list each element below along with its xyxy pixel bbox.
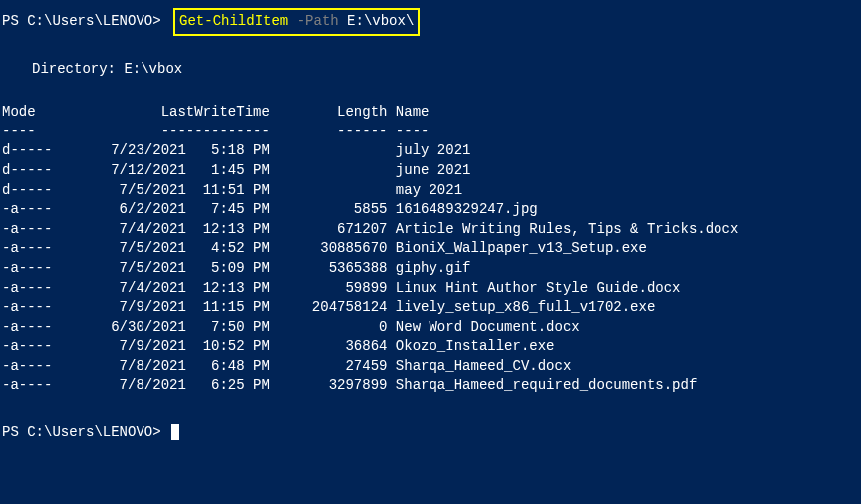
directory-label: Directory: E:\vbox [32,60,859,80]
path-arg: E:\vbox\ [347,13,414,29]
param-flag: -Path [297,13,339,29]
cursor-icon [171,424,179,440]
table-row: -a---- 7/5/2021 4:52 PM 30885670 BioniX_… [2,239,859,259]
table-row: d----- 7/23/2021 5:18 PM july 2021 [2,141,859,161]
table-row: -a---- 6/30/2021 7:50 PM 0 New Word Docu… [2,318,859,338]
table-row: -a---- 7/8/2021 6:48 PM 27459 Sharqa_Ham… [2,357,859,377]
prompt-end-line[interactable]: PS C:\Users\LENOVO> [2,423,859,443]
command-line[interactable]: PS C:\Users\LENOVO> Get-ChildItem -Path … [2,8,859,36]
table-row: d----- 7/5/2021 11:51 PM may 2021 [2,181,859,201]
table-row: -a---- 7/5/2021 5:09 PM 5365388 giphy.gi… [2,259,859,279]
table-row: -a---- 7/9/2021 11:15 PM 204758124 livel… [2,298,859,318]
table-row: -a---- 6/2/2021 7:45 PM 5855 16164893292… [2,200,859,220]
cmdlet: Get-ChildItem [179,13,288,29]
table-row: d----- 7/12/2021 1:45 PM june 2021 [2,161,859,181]
table-row: -a---- 7/9/2021 10:52 PM 36864 Okozo_Ins… [2,337,859,357]
command-highlight: Get-ChildItem -Path E:\vbox\ [173,8,420,36]
table-separator: ---- ------------- ------ ---- [2,123,859,142]
table-header: Mode LastWriteTime Length Name [2,103,859,123]
table-row: -a---- 7/4/2021 12:13 PM 59899 Linux Hin… [2,279,859,299]
table-row: -a---- 7/4/2021 12:13 PM 671207 Article … [2,220,859,240]
prompt-prefix-end: PS C:\Users\LENOVO> [2,424,161,440]
table-row: -a---- 7/8/2021 6:25 PM 3297899 Sharqa_H… [2,377,859,396]
prompt-prefix: PS C:\Users\LENOVO> [2,13,161,29]
output-table: Mode LastWriteTime Length Name---- -----… [2,103,859,395]
